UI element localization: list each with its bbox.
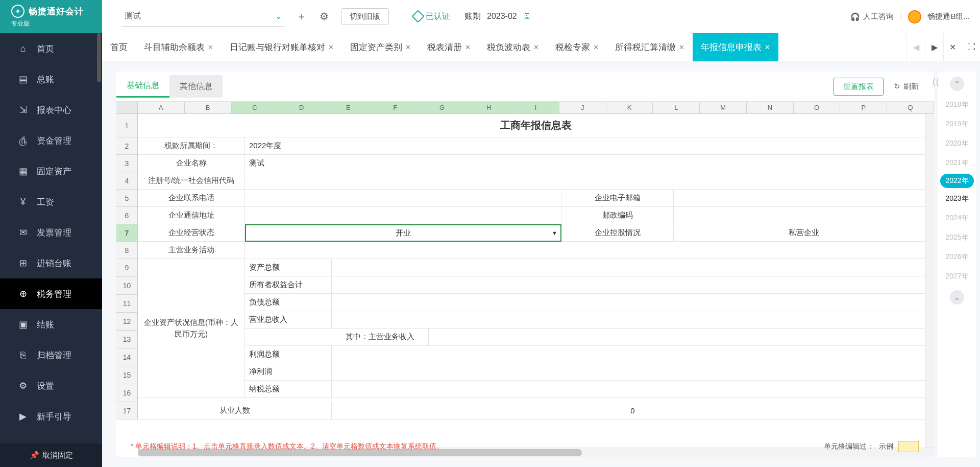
tab[interactable]: 斗目辅助余额表✕ bbox=[136, 33, 222, 61]
column-header[interactable]: G bbox=[419, 102, 466, 114]
row-header[interactable]: 1 bbox=[116, 114, 138, 137]
select-all-corner[interactable] bbox=[116, 102, 138, 114]
addr-cell[interactable] bbox=[245, 207, 561, 224]
row-header[interactable]: 2 bbox=[116, 137, 138, 155]
subtab-basic[interactable]: 基础信息 bbox=[116, 75, 169, 98]
row-header[interactable]: 7 bbox=[116, 224, 138, 242]
value-cell[interactable] bbox=[332, 294, 934, 311]
year-option[interactable]: 2023年 bbox=[945, 190, 968, 207]
row-header[interactable]: 9 bbox=[116, 259, 138, 277]
column-header[interactable]: L bbox=[653, 102, 700, 114]
close-icon[interactable]: ✕ bbox=[465, 43, 471, 51]
year-scroll-up[interactable]: ⌃ bbox=[950, 77, 964, 91]
sidebar-item-archive[interactable]: ⎘归档管理 bbox=[0, 340, 102, 370]
row-header[interactable]: 16 bbox=[116, 384, 138, 402]
year-option[interactable]: 2021年 bbox=[945, 154, 968, 172]
user-name[interactable]: 畅捷通B组... bbox=[927, 12, 970, 21]
row-header[interactable]: 17 bbox=[116, 402, 138, 419]
year-option[interactable]: 2022年 bbox=[940, 174, 973, 188]
sidebar-item-home[interactable]: ⌂首页 bbox=[0, 33, 102, 64]
add-icon[interactable]: ＋ bbox=[296, 10, 307, 24]
tab[interactable]: 年报信息申报表✕ bbox=[693, 33, 778, 61]
row-header[interactable]: 6 bbox=[116, 207, 138, 224]
column-header[interactable]: O bbox=[794, 102, 841, 114]
year-option[interactable]: 2024年 bbox=[945, 209, 968, 227]
zip-cell[interactable] bbox=[674, 207, 934, 224]
year-option[interactable]: 2019年 bbox=[945, 115, 968, 133]
column-header[interactable]: P bbox=[840, 102, 887, 114]
sidebar-item-settings[interactable]: ⚙设置 bbox=[0, 370, 102, 401]
value-cell[interactable] bbox=[332, 276, 934, 294]
row-header[interactable]: 8 bbox=[116, 242, 138, 259]
row-header[interactable]: 5 bbox=[116, 190, 138, 207]
year-option[interactable]: 2025年 bbox=[945, 229, 968, 246]
refresh-button[interactable]: ↻ 刷新 bbox=[894, 82, 919, 91]
column-header[interactable]: H bbox=[465, 102, 512, 114]
row-header[interactable]: 13 bbox=[116, 331, 138, 348]
sidebar-item-ledger[interactable]: ▤总账 bbox=[0, 64, 102, 95]
tab-fullscreen[interactable]: ⛶ bbox=[962, 33, 980, 61]
value-cell[interactable] bbox=[332, 346, 934, 363]
tab[interactable]: 税负波动表✕ bbox=[479, 33, 547, 61]
column-header[interactable]: Q bbox=[887, 102, 934, 114]
column-header[interactable]: M bbox=[700, 102, 747, 114]
value-cell[interactable] bbox=[332, 381, 934, 398]
email-cell[interactable] bbox=[674, 190, 934, 207]
sidebar-item-report[interactable]: ⇲报表中心 bbox=[0, 95, 102, 125]
column-header[interactable]: B bbox=[185, 102, 232, 114]
value-cell[interactable] bbox=[332, 311, 934, 329]
tab[interactable]: 税表清册✕ bbox=[419, 33, 479, 61]
year-option[interactable]: 2027年 bbox=[945, 268, 968, 285]
column-header[interactable]: J bbox=[559, 102, 606, 114]
column-header[interactable]: E bbox=[325, 102, 372, 114]
value-cell[interactable] bbox=[429, 329, 934, 346]
close-icon[interactable]: ✕ bbox=[679, 43, 684, 51]
unpin-sidebar[interactable]: 📌 取消固定 bbox=[0, 443, 102, 467]
gear-icon[interactable]: ⚙ bbox=[318, 10, 330, 22]
regno-cell[interactable] bbox=[245, 172, 934, 190]
switch-old-button[interactable]: 切到旧版 bbox=[341, 8, 389, 25]
year-option[interactable]: 2020年 bbox=[945, 135, 968, 152]
close-icon[interactable]: ✕ bbox=[208, 43, 213, 51]
tab-scroll-left[interactable]: ◀ bbox=[906, 33, 925, 61]
row-header[interactable]: 14 bbox=[116, 348, 138, 366]
value-cell[interactable] bbox=[332, 259, 934, 276]
mainbiz-cell[interactable] bbox=[245, 242, 934, 259]
sidebar-item-invoice[interactable]: ✉发票管理 bbox=[0, 217, 102, 248]
year-option[interactable]: 2026年 bbox=[945, 248, 968, 266]
close-icon[interactable]: ✕ bbox=[405, 43, 411, 51]
sidebar-item-close-book[interactable]: ▣结账 bbox=[0, 309, 102, 340]
column-header[interactable]: D bbox=[278, 102, 325, 114]
sidebar-scrollbar[interactable] bbox=[97, 33, 101, 82]
row-header[interactable]: 12 bbox=[116, 313, 138, 331]
column-header[interactable]: A bbox=[138, 102, 185, 114]
column-header[interactable]: I bbox=[512, 102, 559, 114]
sidebar-item-tax[interactable]: ⊕税务管理 bbox=[0, 278, 102, 309]
year-option[interactable]: 2018年 bbox=[945, 96, 968, 113]
avatar[interactable] bbox=[908, 10, 921, 24]
column-header[interactable]: K bbox=[606, 102, 653, 114]
collapse-rail-icon[interactable]: ⟨⟨ bbox=[932, 77, 939, 88]
sidebar-item-asset[interactable]: ▦固定资产 bbox=[0, 156, 102, 186]
subtab-other[interactable]: 其他信息 bbox=[169, 75, 223, 98]
accounting-period[interactable]: 账期 2023-02 🗓 bbox=[464, 11, 531, 22]
period-value[interactable]: 2022年度 bbox=[245, 137, 934, 155]
sidebar-item-salary[interactable]: ¥工资 bbox=[0, 186, 102, 217]
vertical-scrollbar[interactable] bbox=[925, 114, 934, 448]
account-selector[interactable]: 测试 ⌄ bbox=[121, 6, 285, 27]
row-header[interactable]: 10 bbox=[116, 277, 138, 295]
close-icon[interactable]: ✕ bbox=[328, 43, 334, 51]
sidebar-item-guide[interactable]: ▶新手引导 bbox=[0, 401, 102, 432]
year-scroll-down[interactable]: ⌄ bbox=[950, 290, 964, 305]
company-name-cell[interactable]: 测试 bbox=[245, 155, 934, 172]
row-header[interactable]: 11 bbox=[116, 295, 138, 313]
close-icon[interactable]: ✕ bbox=[593, 43, 599, 51]
row-header[interactable]: 3 bbox=[116, 155, 138, 172]
logo-area[interactable]: ✦ 畅捷通好会计 专业版 bbox=[0, 0, 102, 33]
close-icon[interactable]: ✕ bbox=[533, 43, 539, 51]
tab-scroll-right[interactable]: ▶ bbox=[925, 33, 943, 61]
tab[interactable]: 所得税汇算清缴✕ bbox=[607, 33, 693, 61]
tab[interactable]: 首页 bbox=[102, 33, 136, 61]
support-link[interactable]: 🎧 人工咨询 bbox=[850, 12, 894, 21]
employees-cell[interactable]: 0 bbox=[332, 402, 934, 419]
